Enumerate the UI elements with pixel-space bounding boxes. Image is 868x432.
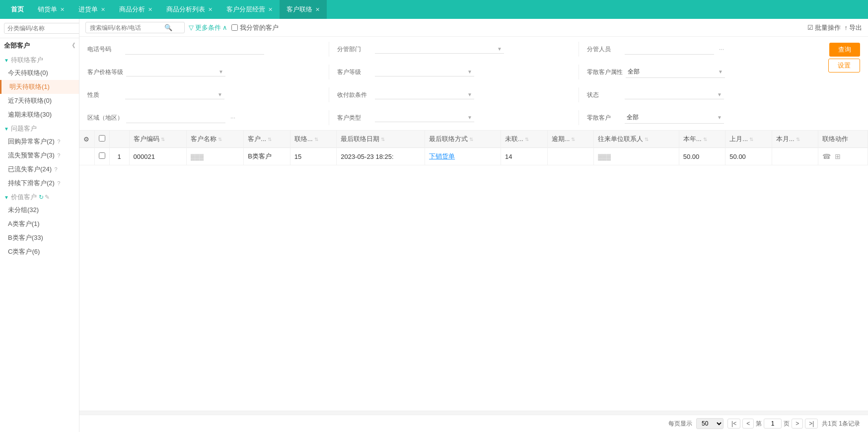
th-last-method[interactable]: 最后联络方式⇅: [425, 131, 501, 148]
sort-overdue-icon: ⇅: [571, 137, 575, 142]
toolbar-search-input[interactable]: [90, 24, 164, 31]
th-contact[interactable]: 联络...⇅: [290, 131, 337, 148]
nav-customer-contact[interactable]: 客户联络 ✕: [280, 0, 327, 19]
sidebar-item-today[interactable]: 今天待联络(0): [0, 66, 79, 80]
action-grid-icon[interactable]: ⊞: [835, 152, 841, 160]
my-customers-checkbox[interactable]: [231, 24, 238, 31]
th-name[interactable]: 客户名称⇅: [186, 131, 243, 148]
th-overdue[interactable]: 逾期...⇅: [547, 131, 594, 148]
batch-ops-btn[interactable]: ☑ 批量操作: [807, 23, 841, 32]
bottom-scrollbar[interactable]: [79, 411, 868, 415]
filter-gender-select[interactable]: ▼: [125, 90, 224, 99]
filter-level-select[interactable]: ▼: [375, 68, 474, 76]
filter-dept-select[interactable]: ▼: [375, 45, 504, 54]
th-this-year[interactable]: 本年...⇅: [679, 131, 725, 148]
filter-customer-type-arrow-icon: ▼: [467, 115, 472, 120]
export-btn[interactable]: ↑ 导出: [845, 23, 863, 32]
td-this-month: [772, 148, 818, 165]
toolbar-search-icon[interactable]: 🔍: [164, 24, 172, 31]
filter-grade-select[interactable]: ▼: [126, 68, 225, 76]
filter-customer-type-select[interactable]: ▼: [375, 113, 474, 122]
filter-status-select[interactable]: ▼: [625, 90, 724, 99]
filter-region-ellipsis-icon[interactable]: ···: [230, 114, 235, 121]
nav-customer-segment-close[interactable]: ✕: [268, 6, 273, 13]
my-customers-checkbox-label[interactable]: 我分管的客户: [231, 23, 279, 32]
filter-panel: 电话号码 分管部门 ▼ 分管人员: [79, 37, 868, 131]
page-input[interactable]: [764, 419, 782, 429]
filter-payment-field: 收付款条件 ▼: [337, 90, 571, 99]
sort-this-year-icon: ⇅: [703, 137, 707, 142]
filter-level-arrow-icon: ▼: [467, 69, 472, 74]
filter-manager-input[interactable]: [625, 44, 714, 55]
row-checkbox[interactable]: [99, 152, 105, 159]
sidebar-item-repurchase-abnormal[interactable]: 回购异常客户(2) ?: [0, 135, 79, 148]
th-unit-contact[interactable]: 往来单位联系人⇅: [594, 131, 679, 148]
th-last-month[interactable]: 上月...⇅: [725, 131, 772, 148]
th-code[interactable]: 客户编码⇅: [129, 131, 186, 148]
th-this-month[interactable]: 本月...⇅: [772, 131, 818, 148]
th-checkbox[interactable]: [94, 131, 109, 148]
next-page-btn[interactable]: >: [792, 419, 803, 429]
th-last-date[interactable]: 最后联络日期⇅: [337, 131, 425, 148]
filter-manager-ellipsis-icon[interactable]: ···: [719, 46, 724, 53]
nav-home[interactable]: 首页: [4, 0, 31, 19]
sidebar-item-class-c[interactable]: C类客户(6): [0, 245, 79, 259]
sidebar-item-week7[interactable]: 近7天待联络(0): [0, 94, 79, 108]
nav-purchase-close[interactable]: ✕: [101, 6, 105, 13]
action-phone-icon[interactable]: ☎: [822, 152, 831, 160]
td-no: 1: [109, 148, 129, 165]
filter-retail-attr-field: 零散客户属性 全部 ▼: [587, 66, 820, 78]
sidebar-item-ungrouped[interactable]: 未分组(32): [0, 203, 79, 217]
sidebar-item-class-b[interactable]: B类客户(33): [0, 231, 79, 245]
td-last-method-link[interactable]: 下销货单: [429, 152, 455, 160]
filter-retail-customer-select[interactable]: 全部 ▼: [625, 112, 724, 124]
td-last-date: 2023-05-23 18:25:: [337, 148, 425, 165]
select-all-checkbox[interactable]: [99, 135, 105, 142]
sidebar-item-churned[interactable]: 已流失客户(24) ?: [0, 162, 79, 176]
sidebar-search-input[interactable]: [4, 23, 79, 34]
query-button[interactable]: 查询: [829, 43, 860, 57]
sidebar-collapse-icon[interactable]: 《: [69, 42, 75, 50]
setting-button[interactable]: 设置: [828, 59, 860, 72]
prev-page-btn[interactable]: <: [742, 419, 754, 429]
nav-sales[interactable]: 销货单 ✕: [31, 0, 72, 19]
filter-phone-input[interactable]: [125, 44, 264, 55]
nav-goods-analysis-close[interactable]: ✕: [148, 6, 152, 13]
sidebar-item-declining[interactable]: 持续下滑客户(2) ?: [0, 176, 79, 190]
th-no-contact[interactable]: 未联...⇅: [501, 131, 548, 148]
per-page-label: 每页显示: [668, 420, 692, 428]
nav-customer-contact-close[interactable]: ✕: [315, 6, 320, 13]
value-refresh-icon[interactable]: ↻: [39, 194, 44, 201]
sort-name-icon: ⇅: [218, 137, 222, 142]
nav-goods-list-close[interactable]: ✕: [208, 6, 213, 13]
sidebar-item-overdue[interactable]: 逾期未联络(30): [0, 108, 79, 122]
th-type[interactable]: 客户...⇅: [244, 131, 290, 148]
sidebar-item-class-a[interactable]: A类客户(1): [0, 217, 79, 231]
first-page-btn[interactable]: |<: [727, 419, 740, 429]
nav-customer-segment[interactable]: 客户分层经营 ✕: [219, 0, 280, 19]
nav-sales-close[interactable]: ✕: [60, 6, 65, 13]
filter-row-3: 性质 ▼ 收付款条件 ▼: [87, 87, 820, 102]
chevron-up-icon: ∧: [222, 24, 227, 31]
td-this-year: 50.00: [679, 148, 725, 165]
sidebar-item-tomorrow[interactable]: 明天待联络(1): [0, 80, 79, 94]
th-gear[interactable]: ⚙: [79, 131, 94, 148]
td-checkbox[interactable]: [94, 148, 109, 165]
nav-goods-list[interactable]: 商品分析列表 ✕: [159, 0, 219, 19]
td-name-masked: ▓▓▓: [191, 153, 204, 160]
data-table-container: ⚙ 客户编码⇅ 客户名称⇅ 客户...⇅: [79, 131, 868, 411]
per-page-select[interactable]: 50 100 200: [696, 418, 723, 429]
problem-triangle-icon: ▼: [4, 126, 9, 132]
nav-goods-analysis[interactable]: 商品分析 ✕: [112, 0, 159, 19]
filter-grade-label: 客户价格等级: [87, 68, 123, 76]
sidebar-item-churn-warning[interactable]: 流失预警客户(3) ?: [0, 148, 79, 162]
sort-code-icon: ⇅: [161, 137, 165, 142]
value-edit-icon[interactable]: ✎: [45, 194, 50, 201]
td-overdue: [547, 148, 594, 165]
last-page-btn[interactable]: >|: [805, 419, 818, 429]
more-conditions-btn[interactable]: ▽ 更多条件 ∧: [189, 23, 227, 32]
filter-payment-select[interactable]: ▼: [375, 90, 474, 99]
filter-retail-attr-select[interactable]: 全部 ▼: [626, 66, 725, 78]
filter-region-input[interactable]: [126, 113, 225, 123]
nav-purchase[interactable]: 进货单 ✕: [72, 0, 112, 19]
